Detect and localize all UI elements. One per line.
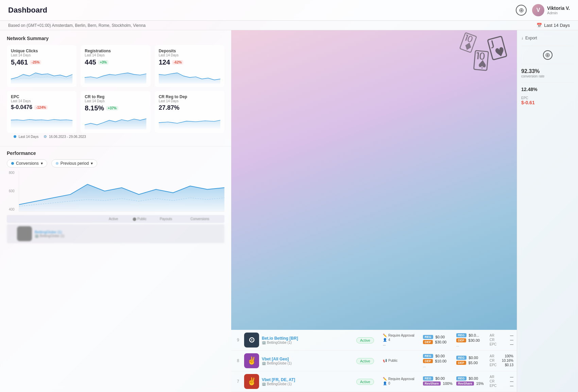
right-stat-12: 12.48% [521, 87, 574, 92]
user-name: Viktoria V. [547, 5, 570, 11]
export-button[interactable]: ↓ Export [521, 34, 574, 42]
metric-value-cr-dep: 27.87% [159, 104, 180, 111]
legend-previous: 16.06.2023 - 29.06.2023 [44, 135, 86, 139]
calendar-icon: 📅 [537, 23, 542, 28]
payout-more-8: ... [423, 364, 454, 368]
offer-network-7: 🏢 BettingGlobe (1) [262, 382, 354, 386]
metric-period-epc: Last 14 Days [11, 99, 72, 103]
offer-info-9: Bet.io Betting [BR] 🏢 BettingGlobe (1) [262, 336, 354, 344]
right-stat-epc: EPC $-0.61 [521, 96, 574, 105]
metrics-grid: Unique Clicks Last 14 Days 5,461 -25% [7, 45, 224, 133]
row-num-9: 9 [235, 338, 241, 342]
right-stat-value-12: 12.48% [521, 87, 574, 92]
metric-label-epc: EPC [11, 94, 72, 99]
reg-amount-7: $0.00 [436, 376, 445, 380]
export-label: Export [525, 36, 537, 40]
betting-globe-blurred-row: BettingGlobe (1) 🏢 BettingGlobe (1) [7, 224, 224, 243]
date-filter-label: Last 14 Days [544, 23, 570, 28]
right-stat-value-conversion: 92.33% [521, 68, 574, 74]
right-panel-divider-3 [521, 82, 574, 83]
network-summary-title: Network Summary [7, 36, 224, 41]
right-stat-label-epc: EPC [521, 96, 574, 100]
reg-tag-9: REG [423, 335, 433, 339]
card-decoration-2: 🂪 [472, 50, 491, 71]
performance-title: Performance [7, 150, 224, 156]
offer-name-9[interactable]: Bet.io Betting [BR] [262, 336, 354, 341]
metric-change-epc: -124% [34, 105, 48, 110]
performance-chart: 800 600 400 [19, 171, 224, 212]
offer-status-9: Active [356, 337, 380, 343]
globe-icon[interactable]: ⊕ [516, 5, 527, 16]
status-badge-9: Active [356, 337, 374, 343]
chart-y-labels: 800 600 400 [9, 171, 15, 211]
metric-label-clicks: Unique Clicks [11, 49, 72, 53]
metric-label-reg: Registrations [85, 49, 146, 53]
right-globe-icon[interactable]: ⊕ [543, 50, 552, 60]
table-row-7: 7 ✌ Vbet [FR, DE, AT] 🏢 BettingGlobe (1)… [231, 371, 517, 392]
content-area: Network Summary Unique Clicks Last 14 Da… [0, 30, 578, 392]
dep-amount-9: $30.00 [435, 340, 447, 344]
header-right: ⊕ V Viktoria V. Admin [516, 4, 570, 16]
conv-revshare-tag-7: RevShare [456, 381, 474, 386]
reg-tag-7: REG [423, 376, 433, 380]
metric-unique-clicks: Unique Clicks Last 14 Days 5,461 -25% [7, 45, 76, 87]
access-info-8: 📢 Public [383, 359, 420, 363]
offer-info-8: Vbet [All Geo] 🏢 BettingGlobe (1) [262, 357, 354, 365]
filter-label-previous: Previous period [61, 161, 89, 166]
table-header-blurred: Active ⬤ Public Payouts Conversions [7, 215, 224, 223]
metric-label-cr-reg: CR to Reg [85, 94, 146, 99]
metric-value-row-dep: 124 -62% [159, 58, 220, 66]
metric-value-row-reg: 445 +3% [85, 58, 146, 66]
access-info-7: ✏️ Require Approval 👤 0 [383, 377, 420, 386]
mini-chart-clicks [11, 68, 72, 84]
offers-table: 9 ⊙ Bet.io Betting [BR] 🏢 BettingGlobe (… [231, 330, 517, 392]
right-panel-divider-2 [521, 64, 574, 64]
conv-more-9: ... [456, 343, 487, 347]
status-badge-8: Active [356, 358, 374, 364]
filter-dot-previous [56, 162, 58, 165]
filter-previous-period[interactable]: Previous period ▾ [51, 159, 97, 167]
conversions-8: REG $0.00 DEP $5.00 [456, 356, 487, 366]
metric-period-clicks: Last 14 Days [11, 53, 72, 57]
stat-ar-9: AR — [490, 334, 513, 337]
user-badge[interactable]: V Viktoria V. Admin [532, 4, 570, 16]
right-stat-value-epc: $-0.61 [521, 100, 574, 105]
payouts-8: REG $0.00 DEP $10.00 ... [423, 354, 454, 368]
payouts-7: REG $0.00 RevShare 100% [423, 376, 454, 387]
payout-reg-8: REG $0.00 [423, 354, 454, 358]
dep-tag-8: DEP [423, 359, 433, 363]
building-icon-7: 🏢 [262, 382, 266, 386]
mini-chart-reg [85, 68, 146, 84]
metric-value-row-cr-dep: 27.87% [159, 104, 220, 111]
metric-period-cr-reg: Last 14 Days [85, 99, 146, 103]
revshare-tag-7: RevShare [423, 381, 441, 386]
conv-reg-tag-8: REG [456, 356, 466, 360]
conv-dep-9: DEP $30.00 [456, 338, 487, 342]
access-more-9: ... [383, 342, 420, 346]
filter-conversions[interactable]: Conversions ▾ [7, 159, 47, 167]
metric-value-clicks: 5,461 [11, 58, 28, 66]
offer-name-7[interactable]: Vbet [FR, DE, AT] [262, 377, 354, 382]
offer-name-8[interactable]: Vbet [All Geo] [262, 357, 354, 361]
arrow-down-icon: ↓ [521, 36, 523, 40]
mini-chart-cr-dep [159, 113, 220, 129]
building-icon-9: 🏢 [262, 341, 266, 344]
legend-current: Last 14 Days [14, 135, 38, 139]
stat-epc-9: EPC — [490, 342, 513, 346]
dep-tag-9: DEP [423, 340, 433, 344]
offer-logo-7: ✌ [244, 374, 259, 389]
header: Dashboard ⊕ V Viktoria V. Admin [0, 0, 578, 21]
row-num-8: 8 [235, 358, 241, 363]
offer-status-7: Active [356, 378, 380, 385]
conv-revshare-7: RevShare 15% [456, 381, 487, 386]
user-icon-7: 👤 [383, 381, 387, 385]
stat-epc-7: EPC — [490, 384, 513, 388]
date-filter[interactable]: 📅 Last 14 Days [537, 23, 570, 28]
timezone-text: Based on (GMT+01:00) Amsterdam, Berlin, … [8, 23, 146, 28]
user-role: Admin [547, 11, 570, 15]
revshare-amount-7: 100% [443, 381, 453, 386]
speaker-icon-8: 📢 [383, 359, 387, 362]
middle-panel: 🂻 🂪 🃊 9 ⊙ Bet.io Betting [BR] 🏢 BettingG… [231, 30, 517, 392]
offer-status-8: Active [356, 358, 380, 364]
metric-value-row-clicks: 5,461 -25% [11, 58, 72, 66]
